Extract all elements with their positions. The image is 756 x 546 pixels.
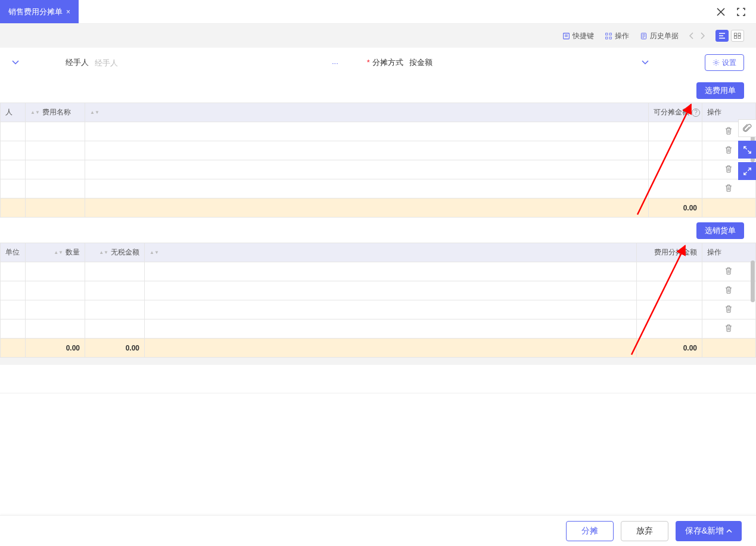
table-row[interactable] (1, 141, 756, 160)
tab-close-icon[interactable]: × (66, 8, 70, 16)
svg-rect-7 (738, 33, 741, 36)
fee-col-name[interactable]: ▲▼费用名称 (26, 103, 85, 122)
expand-icon[interactable] (738, 141, 756, 159)
float-right-panel (738, 119, 756, 180)
sale-total-feealloc: 0.00 (637, 339, 702, 358)
history-label: 历史单据 (650, 31, 679, 41)
trash-icon[interactable] (725, 324, 733, 333)
svg-rect-1 (606, 33, 608, 35)
svg-rect-2 (609, 33, 611, 35)
handler-input[interactable] (95, 58, 321, 67)
sale-total-notax: 0.00 (85, 339, 145, 358)
close-icon[interactable] (715, 7, 726, 17)
footer: 分摊 放弃 保存&新增 (0, 515, 756, 546)
nav-next-icon[interactable] (700, 32, 705, 39)
view-list-icon[interactable] (715, 30, 729, 42)
svg-rect-3 (606, 37, 608, 39)
fee-total-allocatable: 0.00 (649, 198, 702, 218)
history-tool[interactable]: 历史单据 (640, 31, 679, 41)
fullscreen-icon[interactable] (736, 7, 746, 17)
handler-picker-icon[interactable]: ··· (327, 58, 343, 67)
svg-rect-6 (735, 33, 737, 36)
svg-rect-4 (609, 37, 611, 39)
trash-icon[interactable] (725, 184, 733, 193)
view-toggles (715, 30, 744, 42)
handler-field: 经手人 ··· (66, 57, 343, 68)
discard-button[interactable]: 放弃 (621, 521, 668, 541)
fee-grid-section: 选费用单 人 ▲▼费用名称 ▲▼ 可分摊金额? 操作 (0, 77, 756, 358)
fee-col-party[interactable]: 人 (1, 103, 26, 122)
trash-icon[interactable] (725, 286, 733, 294)
trash-icon[interactable] (725, 267, 733, 275)
table-row[interactable] (1, 262, 756, 281)
table-row[interactable] (1, 179, 756, 198)
sale-col-unit[interactable]: 单位 (1, 243, 26, 262)
collapse-chevron-icon[interactable] (12, 60, 30, 65)
trash-icon[interactable] (725, 146, 733, 154)
svg-rect-0 (564, 33, 570, 39)
sale-col-notax[interactable]: ▲▼无税金额 (85, 243, 145, 262)
settings-button[interactable]: 设置 (705, 54, 744, 71)
svg-rect-8 (735, 36, 737, 39)
method-input[interactable] (409, 58, 636, 67)
method-dropdown-icon[interactable] (642, 60, 649, 65)
gear-icon (713, 59, 720, 66)
svg-point-10 (715, 61, 717, 64)
trash-icon[interactable] (725, 127, 733, 135)
divider-band (0, 358, 756, 365)
table-row[interactable] (1, 300, 756, 319)
save-new-button[interactable]: 保存&新增 (676, 521, 742, 541)
operate-label: 操作 (615, 31, 629, 41)
shortcut-label: 快捷键 (573, 31, 594, 41)
select-fee-button[interactable]: 选费用单 (696, 82, 744, 99)
blank-band (0, 365, 756, 393)
method-field: 分摊方式 (367, 57, 649, 68)
scrollbar-thumb[interactable] (751, 260, 755, 302)
trash-icon[interactable] (725, 305, 733, 314)
sale-total-row: 0.00 0.00 0.00 (1, 339, 756, 358)
method-label: 分摊方式 (367, 57, 403, 68)
select-sale-button[interactable]: 选销货单 (696, 222, 744, 239)
attachment-icon[interactable] (738, 119, 756, 137)
table-row[interactable] (1, 281, 756, 300)
trash-icon[interactable] (725, 165, 733, 173)
sale-col-op: 操作 (702, 243, 756, 262)
sale-col-feealloc[interactable]: 费用分摊金额 (637, 243, 702, 262)
sale-col-qty[interactable]: ▲▼数量 (26, 243, 85, 262)
sale-col-blank[interactable]: ▲▼ (145, 243, 637, 262)
operate-tool[interactable]: 操作 (605, 31, 629, 41)
chevron-up-icon (726, 529, 732, 533)
fee-grid: 人 ▲▼费用名称 ▲▼ 可分摊金额? 操作 0.00 (0, 103, 756, 218)
tab-title: 销售费用分摊单 (8, 7, 63, 17)
fee-col-blank[interactable]: ▲▼ (85, 103, 649, 122)
help-icon[interactable]: ? (692, 108, 700, 117)
shortcut-tool[interactable]: 快捷键 (562, 31, 594, 41)
table-row[interactable] (1, 160, 756, 179)
sale-grid: 单位 ▲▼数量 ▲▼无税金额 ▲▼ 费用分摊金额 操作 0.00 0.00 (0, 243, 756, 358)
nav-arrows (689, 32, 705, 39)
view-grid-icon[interactable] (731, 30, 744, 42)
fee-total-row: 0.00 (1, 198, 756, 218)
allocate-button[interactable]: 分摊 (566, 521, 614, 541)
tab-bar: 销售费用分摊单 × (0, 0, 756, 24)
expand2-icon[interactable] (738, 162, 756, 180)
handler-label: 经手人 (66, 57, 89, 68)
nav-prev-icon[interactable] (689, 32, 694, 39)
sale-total-qty: 0.00 (26, 339, 85, 358)
svg-rect-9 (738, 36, 741, 39)
form-header: 经手人 ··· 分摊方式 设置 (0, 48, 756, 77)
tab-active[interactable]: 销售费用分摊单 × (0, 0, 79, 23)
save-new-label: 保存&新增 (685, 526, 724, 536)
table-row[interactable] (1, 122, 756, 141)
fee-col-allocatable[interactable]: 可分摊金额? (649, 103, 702, 122)
table-row[interactable] (1, 319, 756, 339)
settings-label: 设置 (722, 58, 736, 68)
toolbar: 快捷键 操作 历史单据 (0, 24, 756, 48)
